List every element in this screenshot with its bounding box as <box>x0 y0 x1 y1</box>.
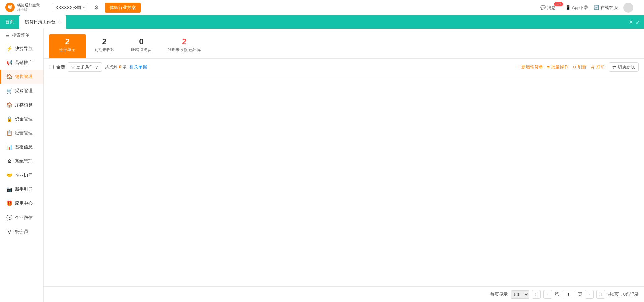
member-icon: V <box>6 229 12 235</box>
sidebar-item-basics[interactable]: 📊 基础信息 <box>0 140 43 154</box>
sidebar-item-newbie[interactable]: 📷 新手引导 <box>0 182 43 196</box>
print-button[interactable]: 🖨 打印 <box>590 64 605 70</box>
per-page-label: 每页显示 <box>490 291 508 297</box>
toolbar-right: + 新增销货单 ≡ 批量操作 ↺ 刷新 🖨 打印 ⇄ 切换新版 <box>518 62 639 72</box>
close-tab-icon[interactable]: ✕ <box>58 20 61 24</box>
tab-dashboard[interactable]: 钱货日清工作台 ✕ <box>19 15 66 29</box>
expand-window-icon[interactable]: ⤢ <box>636 19 640 25</box>
stat-shipped-label: 到期未收款 已出库 <box>168 47 201 53</box>
page-label: 第 <box>555 291 559 297</box>
app-download-label: App下载 <box>572 5 588 11</box>
last-page-button[interactable]: ⟩⟩ <box>596 290 605 299</box>
stat-tab-shipped[interactable]: 2 到期未收款 已出库 <box>160 34 209 58</box>
app-download-item[interactable]: 📱 App下载 <box>565 5 588 11</box>
stat-wangpu-num: 0 <box>131 37 152 46</box>
tab-home-label: 首页 <box>5 19 14 25</box>
sidebar-item-newbie-label: 新手引导 <box>15 186 33 192</box>
refresh-label: 刷新 <box>578 64 586 70</box>
online-service-item[interactable]: 🔄 在线客服 <box>594 5 618 11</box>
toolbar-left: 全选 ▽ 更多条件 ∨ 共找到 0 条 相关单据 <box>49 62 515 72</box>
next-page-button[interactable]: › <box>585 290 594 299</box>
sidebar-item-quicknav[interactable]: ⚡ 快捷导航 <box>0 42 43 56</box>
switch-version-button[interactable]: ⇄ 切换新版 <box>609 62 639 72</box>
prev-page-button[interactable]: ‹ <box>543 290 552 299</box>
sidebar-item-purchase-label: 采购管理 <box>15 88 33 94</box>
total-records: 共0页，0条记录 <box>608 291 639 297</box>
sidebar-search-label: 搜索菜单 <box>12 32 30 38</box>
sidebar-item-sales-label: 销售管理 <box>15 74 33 80</box>
finance-icon: 🔒 <box>6 116 12 122</box>
sidebar-item-sales[interactable]: 🏠 销售管理 <box>0 70 43 84</box>
logo-icon: 畅 <box>5 3 15 12</box>
table-area <box>44 75 644 286</box>
sidebar-item-basics-label: 基础信息 <box>15 144 33 150</box>
first-page-button[interactable]: ⟨⟨ <box>532 290 541 299</box>
tab-home[interactable]: 首页 <box>0 15 19 29</box>
stat-tab-all[interactable]: 2 全部单据 <box>49 34 86 58</box>
tab-controls: ✕ ⤢ <box>629 19 644 25</box>
switch-icon: ⇄ <box>612 65 616 70</box>
sidebar-item-wechat[interactable]: 💬 企业微信 <box>0 210 43 225</box>
purchase-icon: 🛒 <box>6 88 12 94</box>
inventory-icon: 🏠 <box>6 102 12 108</box>
batch-operation-button[interactable]: ≡ 批量操作 <box>547 64 569 70</box>
operations-icon: 📋 <box>6 130 12 136</box>
sidebar-item-system[interactable]: ⚙ 系统管理 <box>0 154 43 168</box>
stat-tab-wangpu[interactable]: 0 旺辅待确认 <box>123 34 160 58</box>
stat-tab-overdue[interactable]: 2 到期未收款 <box>86 34 123 58</box>
filter-button[interactable]: ▽ 更多条件 ∨ <box>68 62 102 72</box>
tab-dashboard-label: 钱货日清工作台 <box>25 19 55 25</box>
sidebar-item-collab-label: 企业协同 <box>15 172 33 178</box>
sidebar-item-member[interactable]: V 畅会员 <box>0 225 43 239</box>
top-header: 畅 畅捷通好生意 标准版 XXXXXX公司 ▾ ⚙ 体验行业方案 💬 消息 99… <box>0 0 644 15</box>
sidebar-item-collab[interactable]: 🤝 企业协同 <box>0 168 43 182</box>
service-icon: 🔄 <box>594 5 599 10</box>
quicknav-icon: ⚡ <box>6 46 12 52</box>
per-page-select[interactable]: 50 100 200 <box>511 290 529 299</box>
logo-area: 畅 畅捷通好生意 标准版 <box>5 3 49 12</box>
company-selector[interactable]: XXXXXX公司 ▾ <box>52 3 88 12</box>
sidebar: ☰ 搜索菜单 ⚡ 快捷导航 📢 营销推广 🏠 销售管理 🛒 采购管理 🏠 库存核… <box>0 29 44 302</box>
page-suffix: 页 <box>578 291 582 297</box>
batch-label: 批量操作 <box>551 64 569 70</box>
close-window-icon[interactable]: ✕ <box>629 19 633 25</box>
print-icon: 🖨 <box>590 65 595 70</box>
chevron-down-icon: ▾ <box>83 6 85 9</box>
main-layout: ☰ 搜索菜单 ⚡ 快捷导航 📢 营销推广 🏠 销售管理 🛒 采购管理 🏠 库存核… <box>0 29 644 302</box>
found-text: 共找到 0 条 <box>105 64 127 70</box>
marketing-icon: 📢 <box>6 60 12 66</box>
refresh-button[interactable]: ↺ 刷新 <box>573 64 586 70</box>
refresh-icon: ↺ <box>573 65 576 70</box>
filter-label: 更多条件 <box>76 64 94 70</box>
stats-tabs: 2 全部单据 2 到期未收款 0 旺辅待确认 2 到期未收款 已出库 <box>44 29 644 59</box>
sidebar-item-finance[interactable]: 🔒 资金管理 <box>0 112 43 126</box>
sidebar-item-marketing[interactable]: 📢 营销推广 <box>0 56 43 70</box>
related-records-link[interactable]: 相关单据 <box>129 64 147 70</box>
avatar[interactable] <box>623 3 633 13</box>
switch-label: 切换新版 <box>618 64 635 70</box>
sidebar-item-inventory-label: 库存核算 <box>15 102 33 108</box>
stat-all-num: 2 <box>57 37 78 46</box>
settings-icon[interactable]: ⚙ <box>91 2 102 13</box>
sidebar-item-operations[interactable]: 📋 经营管理 <box>0 126 43 140</box>
sidebar-search[interactable]: ☰ 搜索菜单 <box>0 29 43 42</box>
sidebar-item-inventory[interactable]: 🏠 库存核算 <box>0 98 43 112</box>
apps-icon: 🎁 <box>6 200 12 206</box>
print-label: 打印 <box>596 64 605 70</box>
found-count: 0 <box>119 64 121 69</box>
sidebar-item-quicknav-label: 快捷导航 <box>15 46 33 52</box>
sidebar-item-apps[interactable]: 🎁 应用中心 <box>0 196 43 210</box>
newbie-icon: 📷 <box>6 186 12 192</box>
messages-item[interactable]: 💬 消息 99+ <box>539 5 560 11</box>
page-number-input[interactable] <box>562 291 575 298</box>
sidebar-item-member-label: 畅会员 <box>15 229 28 235</box>
sidebar-item-purchase[interactable]: 🛒 采购管理 <box>0 84 43 98</box>
add-sales-button[interactable]: + 新增销货单 <box>518 64 543 70</box>
search-icon: ☰ <box>5 33 9 38</box>
trial-button[interactable]: 体验行业方案 <box>105 3 141 13</box>
sidebar-item-apps-label: 应用中心 <box>15 200 33 206</box>
select-all-checkbox[interactable] <box>49 65 54 69</box>
found-unit: 条 <box>122 64 127 69</box>
logo-text-group: 畅捷通好生意 标准版 <box>17 3 40 12</box>
stat-overdue-num: 2 <box>94 37 115 46</box>
